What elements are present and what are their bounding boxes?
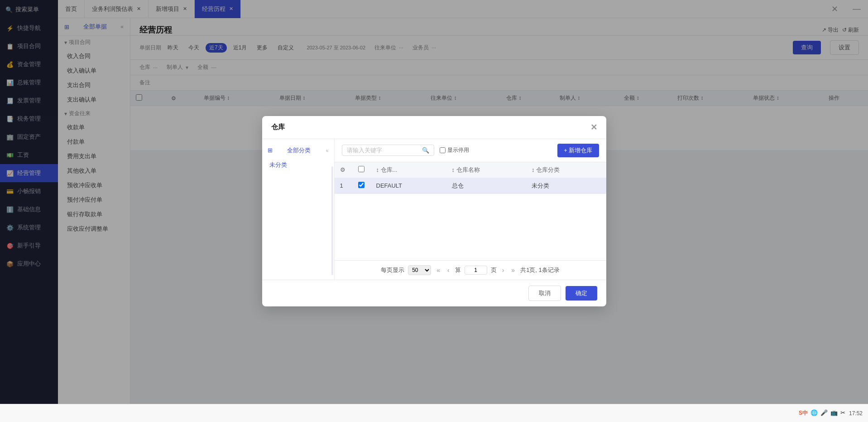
add-warehouse-button[interactable]: + 新增仓库 <box>557 144 599 157</box>
th-modal-settings[interactable]: ⚙ <box>335 162 353 178</box>
grid-icon2: ⊞ <box>268 147 273 154</box>
all-categories-header[interactable]: ⊞ 全部分类 « <box>262 144 334 157</box>
row-category: 未分类 <box>526 178 606 194</box>
modal-per-page-label: 每页显示 <box>381 266 404 274</box>
modal-footer: 取消 确定 <box>262 280 606 306</box>
modal-per-page-select[interactable]: 50 100 <box>408 265 431 275</box>
modal-last-btn[interactable]: » <box>509 266 517 275</box>
modal-next-btn[interactable]: › <box>500 266 506 275</box>
warehouse-table: ⚙ ↕ 仓库... ↕ 仓库名称 ↕ 仓库分类 1 <box>335 162 606 194</box>
all-categories-label: 全部分类 <box>287 146 311 155</box>
confirm-button[interactable]: 确定 <box>566 286 597 301</box>
taskbar-icon-mic[interactable]: 🎤 <box>820 409 828 417</box>
modal-header: 仓库 ✕ <box>262 116 606 139</box>
modal-page-label: 算 <box>455 266 461 274</box>
taskbar: S中 🌐 🎤 📺 ✂ 17:52 <box>0 404 868 422</box>
taskbar-icon-s[interactable]: S中 <box>799 409 808 417</box>
show-disabled-label[interactable]: 显示停用 <box>440 146 469 154</box>
modal-first-btn[interactable]: « <box>435 266 442 275</box>
th-modal-check <box>353 162 371 178</box>
cancel-button[interactable]: 取消 <box>528 286 561 301</box>
taskbar-time: 17:52 <box>849 410 863 417</box>
modal-table-wrap: ⚙ ↕ 仓库... ↕ 仓库名称 ↕ 仓库分类 1 <box>335 162 606 260</box>
row-index: 1 <box>335 178 353 194</box>
taskbar-icon-display[interactable]: 📺 <box>830 409 838 417</box>
modal-prev-btn[interactable]: ‹ <box>446 266 451 275</box>
modal-body: ⊞ 全部分类 « 未分类 🔍 <box>262 139 606 280</box>
modal-toolbar: 🔍 显示停用 + 新增仓库 <box>335 139 606 162</box>
modal-page-suffix: 页 <box>491 266 497 274</box>
warehouse-row-1[interactable]: 1 DEFAULT 总仓 未分类 <box>335 178 606 194</box>
warehouse-modal: 仓库 ✕ ⊞ 全部分类 « 未分类 <box>262 116 606 306</box>
th-modal-category[interactable]: ↕ 仓库分类 <box>526 162 606 178</box>
categories-list: 未分类 <box>262 157 334 173</box>
modal-search-icon: 🔍 <box>422 147 429 154</box>
category-uncategorized[interactable]: 未分类 <box>262 157 334 173</box>
modal-select-all[interactable] <box>358 166 364 172</box>
row-name: 总仓 <box>446 178 526 194</box>
row-check <box>353 178 371 194</box>
taskbar-icons: S中 🌐 🎤 📺 ✂ <box>799 409 845 417</box>
modal-overlay: 仓库 ✕ ⊞ 全部分类 « 未分类 <box>0 0 868 422</box>
modal-right-panel: 🔍 显示停用 + 新增仓库 ⚙ <box>335 139 606 280</box>
modal-pagination: 每页显示 50 100 « ‹ 算 页 › » 共1页, 1条记录 <box>335 260 606 280</box>
modal-title: 仓库 <box>271 123 285 131</box>
modal-close-button[interactable]: ✕ <box>590 122 597 132</box>
taskbar-icon-web[interactable]: 🌐 <box>810 409 818 417</box>
collapse-left-icon[interactable]: « <box>326 148 328 153</box>
modal-search-wrap: 🔍 显示停用 <box>342 145 469 156</box>
row-checkbox[interactable] <box>358 182 364 188</box>
taskbar-icon-clip[interactable]: ✂ <box>840 409 845 417</box>
modal-left-panel: ⊞ 全部分类 « 未分类 <box>262 139 335 280</box>
show-disabled-checkbox[interactable] <box>440 147 446 153</box>
modal-total-info: 共1页, 1条记录 <box>520 266 560 274</box>
row-code: DEFAULT <box>371 178 446 194</box>
th-modal-name[interactable]: ↕ 仓库名称 <box>446 162 526 178</box>
modal-search-input[interactable] <box>347 147 419 154</box>
modal-page-input[interactable] <box>465 266 487 275</box>
th-modal-code[interactable]: ↕ 仓库... <box>371 162 446 178</box>
modal-table-header: ⚙ ↕ 仓库... ↕ 仓库名称 ↕ 仓库分类 <box>335 162 606 178</box>
left-scrollbar <box>331 166 333 275</box>
modal-search-box: 🔍 <box>342 145 434 156</box>
